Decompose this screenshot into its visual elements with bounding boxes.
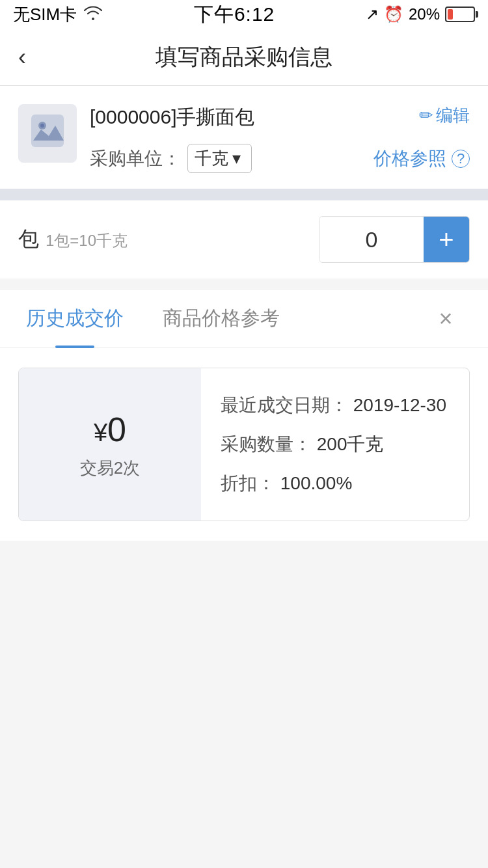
tab-history-price[interactable]: 历史成交价 bbox=[26, 290, 124, 348]
unit-left: 采购单位： 千克 ▾ bbox=[90, 144, 252, 173]
product-card: [0000006]手撕面包 ✏ 编辑 采购单位： 千克 ▾ 价格参照 ? bbox=[0, 86, 488, 189]
separator bbox=[0, 189, 488, 200]
price-ref-label: 价格参照 bbox=[373, 146, 446, 171]
price-left: ¥0 交易2次 bbox=[19, 368, 201, 521]
time-display: 下午6:12 bbox=[194, 1, 275, 28]
quantity-control: + bbox=[319, 216, 470, 263]
quantity-section: 包 1包=10千克 + bbox=[0, 200, 488, 278]
price-card-wrapper: ¥0 交易2次 最近成交日期： 2019-12-30 采购数量： 200千克 折… bbox=[0, 348, 488, 541]
discount-value: 100.00% bbox=[280, 473, 353, 493]
tabs-section: 历史成交价 商品价格参考 × ¥0 交易2次 最近成交日期： 2019-12-3… bbox=[0, 289, 488, 541]
tabs-list: 历史成交价 商品价格参考 bbox=[26, 290, 429, 348]
unit-select[interactable]: 千克 ▾ bbox=[187, 144, 252, 173]
edit-button[interactable]: ✏ 编辑 bbox=[419, 104, 470, 127]
price-card: ¥0 交易2次 最近成交日期： 2019-12-30 采购数量： 200千克 折… bbox=[18, 368, 470, 521]
price-right: 最近成交日期： 2019-12-30 采购数量： 200千克 折扣： 100.0… bbox=[201, 368, 469, 521]
quantity-input[interactable] bbox=[319, 217, 424, 262]
tabs-header: 历史成交价 商品价格参考 × bbox=[0, 290, 488, 348]
location-icon: ↗ bbox=[366, 5, 379, 23]
help-icon: ? bbox=[452, 150, 470, 168]
svg-point-2 bbox=[40, 124, 44, 128]
product-thumb-icon bbox=[28, 111, 67, 156]
edit-label: 编辑 bbox=[436, 104, 470, 127]
status-left: 无SIM卡 bbox=[13, 3, 103, 26]
unit-label: 采购单位： bbox=[90, 146, 181, 171]
chevron-down-icon: ▾ bbox=[232, 148, 241, 169]
purchase-qty-row: 采购数量： 200千克 bbox=[221, 431, 450, 458]
quantity-plus-button[interactable]: + bbox=[424, 217, 469, 262]
carrier-text: 无SIM卡 bbox=[13, 3, 77, 26]
wifi-icon bbox=[83, 5, 103, 25]
purchase-qty-label: 采购数量： bbox=[221, 434, 312, 454]
recent-date-row: 最近成交日期： 2019-12-30 bbox=[221, 392, 450, 419]
battery-icon bbox=[445, 7, 475, 22]
recent-date-value: 2019-12-30 bbox=[353, 395, 446, 415]
recent-date-label: 最近成交日期： bbox=[221, 395, 348, 415]
nav-bar: ‹ 填写商品采购信息 bbox=[0, 29, 488, 86]
product-info: [0000006]手撕面包 ✏ 编辑 采购单位： 千克 ▾ 价格参照 ? bbox=[90, 104, 470, 173]
qty-unit-label: 包 bbox=[18, 225, 39, 254]
discount-label: 折扣： bbox=[221, 473, 275, 493]
product-header: [0000006]手撕面包 ✏ 编辑 bbox=[90, 104, 470, 131]
product-unit-row: 采购单位： 千克 ▾ 价格参照 ? bbox=[90, 144, 470, 173]
main-content-bg bbox=[0, 541, 488, 868]
trade-count: 交易2次 bbox=[80, 457, 140, 480]
product-name: [0000006]手撕面包 bbox=[90, 104, 413, 131]
page-title: 填写商品采购信息 bbox=[156, 42, 332, 72]
tab-price-ref[interactable]: 商品价格参考 bbox=[163, 290, 280, 348]
edit-icon: ✏ bbox=[419, 105, 433, 126]
purchase-qty-value: 200千克 bbox=[317, 434, 384, 454]
tabs-close-button[interactable]: × bbox=[429, 303, 462, 335]
back-button[interactable]: ‹ bbox=[18, 44, 26, 71]
price-ref-button[interactable]: 价格参照 ? bbox=[373, 146, 470, 171]
status-bar: 无SIM卡 下午6:12 ↗ ⏰ 20% bbox=[0, 0, 488, 29]
price-amount: ¥0 bbox=[94, 410, 126, 449]
battery-percent: 20% bbox=[409, 5, 440, 23]
quantity-label: 包 1包=10千克 bbox=[18, 225, 128, 254]
qty-hint-label: 1包=10千克 bbox=[46, 230, 128, 251]
alarm-icon: ⏰ bbox=[384, 5, 403, 23]
discount-row: 折扣： 100.00% bbox=[221, 470, 450, 497]
unit-value: 千克 bbox=[195, 147, 228, 170]
product-thumbnail bbox=[18, 104, 77, 163]
status-right: ↗ ⏰ 20% bbox=[366, 5, 475, 23]
svg-rect-0 bbox=[31, 115, 64, 147]
currency-symbol: ¥ bbox=[94, 419, 107, 446]
